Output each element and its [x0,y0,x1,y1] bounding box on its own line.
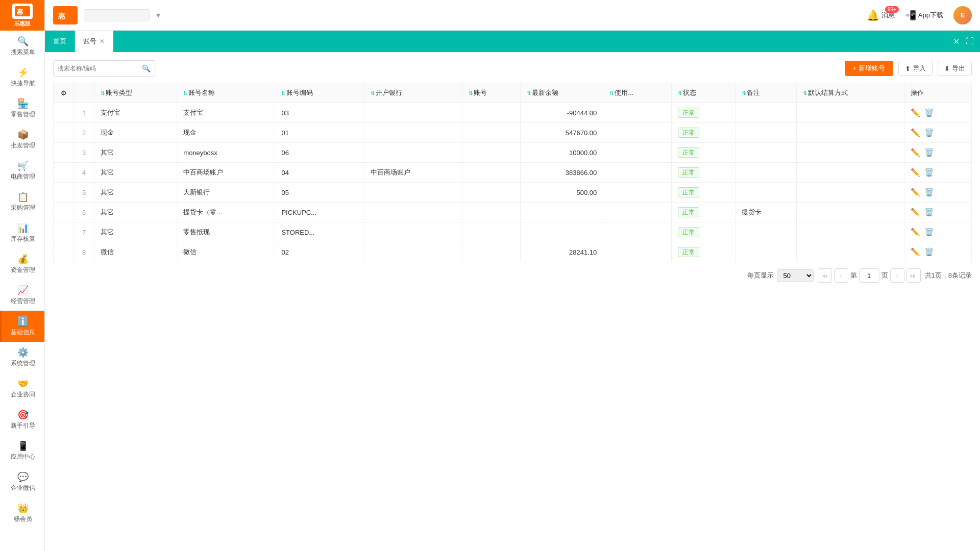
svg-text:惠: 惠 [58,12,66,20]
edit-button[interactable]: ✏️ [911,228,920,237]
topbar-search-input[interactable] [84,9,150,21]
delete-button[interactable]: 🗑️ [924,208,934,217]
cell-config [54,143,74,163]
tab-expand-action[interactable]: ⛶ [964,35,976,48]
enterprise-agreement-icon: 🤝 [17,378,29,389]
cell-account-no [462,123,521,143]
cell-account-name: 零售抵现 [177,222,275,242]
add-account-button[interactable]: + 新增账号 [845,61,893,76]
tab-home[interactable]: 首页 [45,31,75,52]
sidebar-item-label: 资金管理 [11,266,35,274]
search-icon[interactable]: 🔍 [142,64,151,72]
page-prev-button[interactable]: ‹ [834,268,848,283]
th-actions: 操作 [904,83,972,103]
tab-account[interactable]: 账号 ✕ [75,31,113,52]
sidebar-item-new-guide[interactable]: 🎯 新手引导 [0,404,44,435]
th-config[interactable]: ⚙ [54,83,74,103]
cell-account-code: STORED... [275,222,364,242]
app-download-label: App下载 [918,11,943,20]
cell-status: 正常 [672,123,736,143]
th-balance[interactable]: ⇅最新余额 [521,83,603,103]
th-usage[interactable]: ⇅使用... [603,83,672,103]
page-first-button[interactable]: ⏮ [818,268,832,283]
cell-remarks [736,183,796,203]
sidebar-item-wholesale-mgmt[interactable]: 📦 批发管理 [0,124,44,155]
delete-button[interactable]: 🗑️ [924,247,934,257]
sidebar-item-operation-mgmt[interactable]: 📈 经营管理 [0,280,44,311]
topbar-left: 惠 ▾ [53,6,160,24]
page-last-button[interactable]: ⏭ [906,268,921,283]
tab-close-action[interactable]: ✕ [951,35,962,48]
new-guide-icon: 🎯 [17,409,29,420]
cell-balance: 500.00 [521,183,603,203]
edit-button[interactable]: ✏️ [911,188,920,197]
edit-button[interactable]: ✏️ [911,168,920,177]
cell-account-no [462,242,521,262]
cell-usage [603,203,672,222]
page-next-button[interactable]: › [890,268,904,283]
enterprise-wechat-icon: 💬 [17,471,29,483]
page-number-input[interactable] [859,268,879,283]
delete-button[interactable]: 🗑️ [924,128,934,137]
cell-balance: -90444.00 [521,103,603,123]
search-input[interactable] [58,65,142,72]
wholesale-mgmt-icon: 📦 [17,129,29,140]
topbar-app-download-button[interactable]: 📲 App下载 [905,10,943,21]
edit-button[interactable]: ✏️ [911,148,920,157]
page-nav: ⏮ ‹ 第 页 › ⏭ [818,268,921,283]
table-row: 2 现金 现金 01 547670.00 正常 ✏️ 🗑️ [54,123,972,143]
export-button[interactable]: ⬇ 导出 [938,61,972,76]
sidebar-item-vip-member[interactable]: 👑 畅会员 [0,497,44,529]
topbar-message-button[interactable]: 🔔 消息 99+ [867,9,895,21]
table-row: 8 微信 微信 02 28241.10 正常 ✏️ 🗑️ [54,242,972,262]
sidebar-item-enterprise-agreement[interactable]: 🤝 企业协同 [0,373,44,404]
sidebar-item-label: 快捷导航 [11,79,35,88]
edit-button[interactable]: ✏️ [911,128,920,137]
search-box[interactable]: 🔍 [53,60,155,77]
user-avatar[interactable]: E [953,6,972,24]
sidebar-item-app-center[interactable]: 📱 应用中心 [0,435,44,466]
th-bank[interactable]: ⇅开户银行 [364,83,462,103]
import-button[interactable]: ⬆ 导入 [898,61,933,76]
sidebar-item-enterprise-wechat[interactable]: 💬 企业微信 [0,466,44,497]
delete-button[interactable]: 🗑️ [924,108,934,117]
cell-config [54,183,74,203]
sidebar-item-label: 批发管理 [11,141,35,150]
sidebar-item-quick-nav[interactable]: ⚡ 快捷导航 [0,62,44,93]
cell-default-settlement [796,163,904,183]
sidebar-item-system-mgmt[interactable]: ⚙️ 系统管理 [0,342,44,373]
th-account-code[interactable]: ⇅账号编码 [275,83,364,103]
page-size-dropdown[interactable]: 50 10 20 100 [777,269,814,282]
sidebar-item-purchase-mgmt[interactable]: 📋 采购管理 [0,186,44,217]
th-account-type[interactable]: ⇅账号类型 [94,83,177,103]
cell-default-settlement [796,203,904,222]
th-account-name[interactable]: ⇅账号名称 [177,83,275,103]
delete-button[interactable]: 🗑️ [924,168,934,177]
sidebar-item-inventory[interactable]: 📊 库存核算 [0,217,44,248]
topbar-dropdown-icon[interactable]: ▾ [156,10,160,20]
th-default-settlement[interactable]: ⇅默认结算方式 [796,83,904,103]
delete-button[interactable]: 🗑️ [924,228,934,237]
sidebar-item-retail-mgmt[interactable]: 🏪 零售管理 [0,93,44,124]
sidebar-item-ecommerce-mgmt[interactable]: 🛒 电商管理 [0,155,44,186]
delete-button[interactable]: 🗑️ [924,188,934,197]
sidebar-item-label: 经营管理 [11,297,35,306]
edit-button[interactable]: ✏️ [911,108,920,117]
th-remarks[interactable]: ⇅备注 [736,83,796,103]
edit-button[interactable]: ✏️ [911,208,920,217]
cell-index: 8 [74,242,94,262]
cell-bank: 中百商场账户 [364,163,462,183]
delete-button[interactable]: 🗑️ [924,148,934,157]
cell-account-no [462,183,521,203]
sidebar-item-finance-mgmt[interactable]: 💰 资金管理 [0,248,44,280]
tab-account-close[interactable]: ✕ [100,38,105,45]
th-account-no[interactable]: ⇅账号 [462,83,521,103]
cell-balance: 28241.10 [521,242,603,262]
cell-status: 正常 [672,163,736,183]
th-status[interactable]: ⇅状态 [672,83,736,103]
sidebar-item-search-menu[interactable]: 🔍 搜索菜单 [0,31,44,62]
cell-actions: ✏️ 🗑️ [904,123,972,143]
cell-account-name: moneybosx [177,143,275,163]
edit-button[interactable]: ✏️ [911,247,920,257]
sidebar-item-basic-info[interactable]: ℹ️ 基础信息 [0,311,44,342]
